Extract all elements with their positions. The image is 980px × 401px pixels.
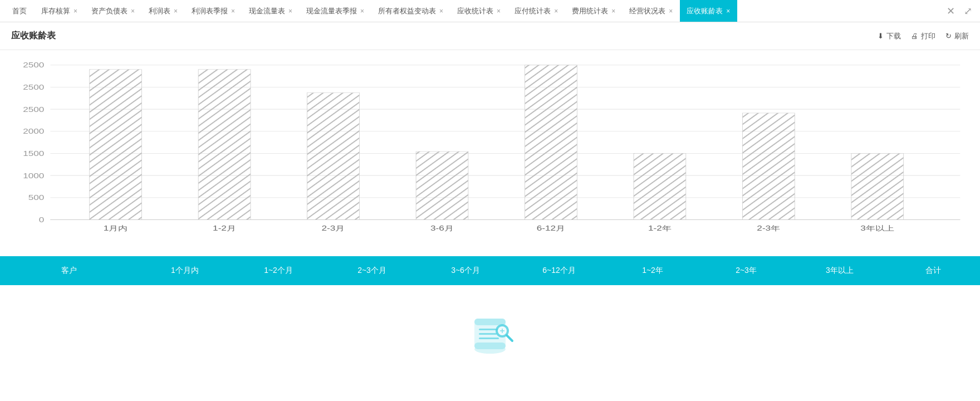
col-1month: 1个月内: [138, 266, 232, 276]
chart-area: 2500 2500 2500 2000 1500 1000 500 0: [0, 50, 980, 256]
svg-rect-24: [742, 113, 795, 220]
refresh-button[interactable]: ↻ 刷新: [945, 31, 969, 41]
aging-chart: 2500 2500 2500 2000 1500 1000 500 0: [11, 61, 969, 251]
svg-rect-18: [90, 70, 142, 220]
tab-cashflow[interactable]: 现金流量表 ×: [242, 0, 300, 22]
svg-text:2500: 2500: [23, 61, 44, 69]
svg-rect-36: [474, 319, 506, 325]
col-total: 合计: [886, 266, 980, 276]
svg-rect-39: [479, 333, 497, 335]
tab-close-cashflow-quarter[interactable]: ×: [360, 7, 364, 15]
empty-icon: [462, 307, 518, 358]
tab-close-ar-aging[interactable]: ×: [726, 7, 730, 15]
tab-ap-stat[interactable]: 应付统计表 ×: [508, 0, 565, 22]
svg-text:1月内: 1月内: [104, 224, 128, 232]
tab-ar-stat[interactable]: 应收统计表 ×: [450, 0, 508, 22]
tab-profit-quarter[interactable]: 利润表季报 ×: [185, 0, 242, 22]
tab-close-balance[interactable]: ×: [131, 7, 135, 15]
svg-rect-40: [479, 338, 499, 339]
tab-expense[interactable]: 费用统计表 ×: [565, 0, 623, 22]
tab-profit[interactable]: 利润表 ×: [142, 0, 185, 22]
col-1-2month: 1~2个月: [232, 266, 325, 276]
download-button[interactable]: ⬇ 下载: [878, 31, 901, 41]
tab-close-profit-quarter[interactable]: ×: [231, 7, 235, 15]
svg-text:3年以上: 3年以上: [860, 224, 894, 232]
svg-text:2-3月: 2-3月: [322, 224, 345, 232]
download-icon: ⬇: [878, 32, 884, 40]
svg-text:3-6月: 3-6月: [430, 224, 454, 232]
svg-rect-20: [307, 93, 360, 220]
tab-ar-aging[interactable]: 应收账龄表 ×: [680, 0, 737, 22]
col-1-2year: 1~2年: [606, 266, 699, 276]
tab-close-ap-stat[interactable]: ×: [554, 7, 558, 15]
svg-text:1500: 1500: [23, 149, 44, 157]
col-3plus-year: 3年以上: [793, 266, 886, 276]
page-actions: ⬇ 下载 🖨 打印 ↻ 刷新: [878, 31, 969, 41]
svg-text:2500: 2500: [23, 105, 44, 113]
table-header: 客户 1个月内 1~2个月 2~3个月 3~6个月 6~12个月 1~2年 2~…: [0, 256, 980, 285]
svg-rect-19: [198, 70, 251, 220]
col-2-3year: 2~3年: [699, 266, 793, 276]
main-content: 2500 2500 2500 2000 1500 1000 500 0: [0, 50, 980, 401]
svg-text:1-2年: 1-2年: [648, 224, 672, 232]
tab-bar-actions: ✕ ⤢: [943, 3, 976, 19]
print-button[interactable]: 🖨 打印: [911, 31, 935, 41]
tab-close-ar-stat[interactable]: ×: [497, 7, 501, 15]
tab-home[interactable]: 首页: [4, 0, 35, 22]
tab-close-profit[interactable]: ×: [174, 7, 178, 15]
tab-inventory[interactable]: 库存核算 ×: [35, 0, 85, 22]
tab-operation[interactable]: 经营状况表 ×: [623, 0, 680, 22]
tab-close-expense[interactable]: ×: [611, 7, 615, 15]
svg-text:6-12月: 6-12月: [537, 224, 566, 232]
empty-state: [0, 285, 980, 380]
col-3-6month: 3~6个月: [419, 266, 512, 276]
tab-close-equity[interactable]: ×: [439, 7, 443, 15]
svg-text:1-2月: 1-2月: [213, 224, 236, 232]
svg-rect-22: [525, 65, 577, 220]
maximize-button[interactable]: ⤢: [961, 3, 976, 19]
col-customer: 客户: [0, 266, 138, 276]
tab-equity[interactable]: 所有者权益变动表 ×: [371, 0, 450, 22]
svg-rect-21: [416, 151, 468, 219]
print-icon: 🖨: [911, 32, 918, 40]
col-2-3month: 2~3个月: [325, 266, 419, 276]
svg-text:2000: 2000: [23, 128, 44, 135]
svg-text:1000: 1000: [23, 172, 44, 179]
page-header: 应收账龄表 ⬇ 下载 🖨 打印 ↻ 刷新: [0, 22, 980, 50]
page-title: 应收账龄表: [11, 30, 56, 42]
svg-rect-25: [851, 153, 904, 219]
svg-rect-23: [634, 153, 686, 219]
tab-bar: 首页 库存核算 × 资产负债表 × 利润表 × 利润表季报 × 现金流量表 × …: [0, 0, 980, 22]
tab-cashflow-quarter[interactable]: 现金流量表季报 ×: [300, 0, 371, 22]
svg-rect-37: [474, 343, 506, 349]
col-6-12month: 6~12个月: [512, 266, 606, 276]
svg-text:2-3年: 2-3年: [757, 224, 780, 232]
svg-text:500: 500: [28, 194, 45, 202]
tab-close-operation[interactable]: ×: [669, 7, 673, 15]
svg-text:2500: 2500: [23, 83, 44, 91]
svg-line-43: [507, 335, 512, 341]
tab-close-cashflow[interactable]: ×: [288, 7, 292, 15]
svg-text:0: 0: [39, 216, 45, 223]
refresh-icon: ↻: [945, 32, 952, 40]
minimize-button[interactable]: ✕: [943, 3, 958, 19]
tab-close-inventory[interactable]: ×: [74, 7, 77, 15]
tab-balance[interactable]: 资产负债表 ×: [85, 0, 142, 22]
